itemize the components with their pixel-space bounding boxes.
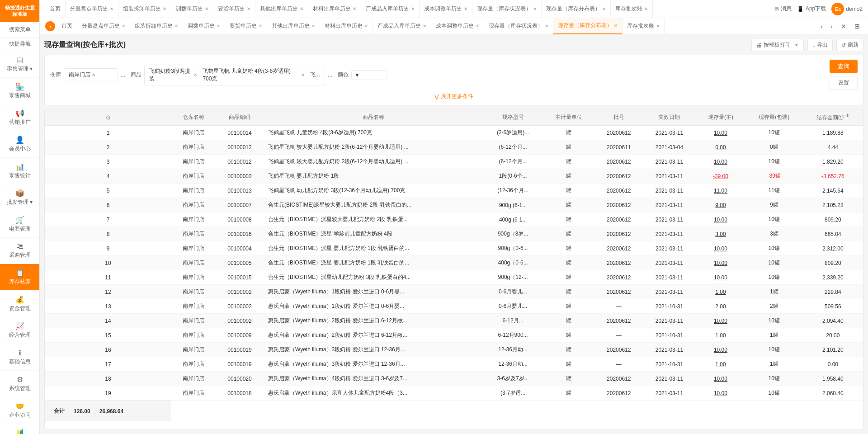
- sidebar-item-ops-mgmt[interactable]: 📈经营管理: [0, 317, 39, 344]
- topbar-tab-close-disassemble-history[interactable]: ✕: [163, 6, 166, 11]
- secondary-tab-close-product-in[interactable]: ✕: [423, 24, 426, 28]
- secondary-tab-close-disassemble[interactable]: ✕: [175, 24, 178, 28]
- secondary-tab-close-inv-dist[interactable]: ✕: [614, 23, 618, 28]
- tab-prev-btn[interactable]: ‹: [818, 23, 826, 30]
- topbar-tab-cost-adjust-history[interactable]: 成本调整单历史✕: [420, 0, 472, 18]
- secondary-tab-disassemble[interactable]: 组装拆卸单历史✕: [130, 18, 183, 34]
- sidebar-item-retail-stats[interactable]: 📊零售统计: [0, 158, 39, 184]
- secondary-tab-batch-ledger2[interactable]: 库存批次账✕: [623, 18, 665, 34]
- topbar-tab-claim-history[interactable]: 要货单历史✕: [213, 0, 255, 18]
- row-qty-main-16[interactable]: 10.00: [696, 343, 745, 357]
- filter-expand-btn[interactable]: ⋁ 展开更多条件: [434, 93, 473, 100]
- product-tag-group[interactable]: 飞鹤奶粉3段两提装 ✕ 飞鹤星飞帆 儿童奶粉 4段(3-6岁适用) 700克 ✕…: [144, 65, 325, 85]
- row-qty-main-1[interactable]: 10.00: [696, 126, 745, 140]
- secondary-tab-product-in[interactable]: 产成品入库单历史✕: [373, 18, 431, 34]
- secondary-tab-material-out[interactable]: 材料出库单历史✕: [320, 18, 373, 34]
- warehouse-tag-close[interactable]: ✕: [92, 72, 95, 77]
- sidebar-item-retail-mgmt[interactable]: ▤零售管理 ▾: [0, 51, 39, 78]
- row-qty-main-13[interactable]: 2.00: [696, 299, 745, 314]
- query-btn[interactable]: 查询: [830, 60, 858, 73]
- sidebar-item-inventory-check[interactable]: 📋库存核算: [0, 264, 39, 291]
- row-qty-main-17[interactable]: 1.00: [696, 357, 745, 372]
- row-qty-main-8[interactable]: 3.00: [696, 227, 745, 241]
- warehouse-more[interactable]: ...: [121, 72, 125, 78]
- topbar-tab-close-other-out-history[interactable]: ✕: [300, 6, 303, 11]
- product-tag-3[interactable]: 飞...: [308, 70, 322, 80]
- sidebar-item-finance-mgmt[interactable]: 💰资金管理: [0, 291, 39, 317]
- secondary-tab-split-inv[interactable]: 分量盘点单历史✕: [77, 18, 130, 34]
- topbar-tab-home[interactable]: 首页: [45, 0, 66, 18]
- topbar-tab-inventory-dist[interactable]: 现存量（库存分布表）✕: [542, 0, 611, 18]
- export-btn[interactable]: ↓ 导出: [807, 39, 833, 51]
- sidebar-item-sys-mgmt[interactable]: ⚙系统管理: [0, 371, 39, 397]
- secondary-tab-close-adjust[interactable]: ✕: [217, 24, 220, 28]
- user-menu[interactable]: Ea demo2: [831, 3, 863, 15]
- product-tag-2[interactable]: 飞鹤星飞帆 儿童奶粉 4段(3-6岁适用) 700克 ✕: [201, 66, 307, 84]
- secondary-tab-close-other-out[interactable]: ✕: [311, 24, 315, 28]
- secondary-tab-close-claim[interactable]: ✕: [259, 24, 262, 28]
- row-qty-main-3[interactable]: 10.00: [696, 155, 745, 169]
- topbar-tab-close-material-out-history[interactable]: ✕: [353, 6, 356, 11]
- secondary-tab-claim[interactable]: 要货单历史✕: [225, 18, 267, 34]
- product-tag-close-2[interactable]: ✕: [301, 72, 305, 77]
- sidebar-item-marketing[interactable]: 📢营销推广: [0, 104, 39, 131]
- secondary-tab-adjust[interactable]: 调拨单历史✕: [183, 18, 225, 34]
- sidebar-item-retail-mall[interactable]: 🏪零售商城: [0, 78, 39, 104]
- topbar-tab-close-inventory-status[interactable]: ✕: [533, 6, 537, 11]
- secondary-tab-home2[interactable]: 首页: [57, 18, 77, 34]
- topbar-tab-material-out-history[interactable]: 材料出库单历史✕: [308, 0, 361, 18]
- sidebar-quicknav[interactable]: 快捷导航: [0, 38, 39, 51]
- tab-menu-btn[interactable]: ⊞: [852, 23, 863, 30]
- topbar-tab-close-batch-ledger[interactable]: ✕: [644, 6, 648, 11]
- sidebar-item-enterprise-collab[interactable]: 🤝企业协同: [0, 397, 39, 424]
- row-qty-main-7[interactable]: 10.00: [696, 212, 745, 227]
- refresh-btn[interactable]: ↺ 刷新: [836, 39, 863, 51]
- secondary-tab-inv-dist[interactable]: 现存量（库存分布表）✕: [553, 18, 623, 34]
- secondary-tab-inv-status[interactable]: 现存量（库存状况表）✕: [484, 18, 553, 34]
- secondary-tab-close-split-inv[interactable]: ✕: [122, 24, 125, 28]
- color-tag-group[interactable]: ▼: [351, 70, 387, 80]
- secondary-tab-close-cost-adj[interactable]: ✕: [476, 24, 479, 28]
- row-qty-main-6[interactable]: 9.00: [696, 198, 745, 212]
- topbar-tab-adjust-history[interactable]: 调拨单历史✕: [171, 0, 213, 18]
- secondary-tab-close-inv-status[interactable]: ✕: [545, 24, 548, 28]
- app-download-btn[interactable]: 📱 App下载: [797, 5, 826, 13]
- row-qty-main-19[interactable]: 10.00: [696, 386, 745, 401]
- sidebar-item-ecom-mgmt[interactable]: 🛒电商管理: [0, 211, 39, 238]
- tab-next-btn[interactable]: ›: [828, 23, 835, 30]
- sidebar-item-new-guide[interactable]: 🔰新手引导: [0, 424, 39, 434]
- filter-settings-btn[interactable]: 设置: [830, 76, 858, 90]
- secondary-tab-other-out[interactable]: 其他出库单历史✕: [267, 18, 320, 34]
- topbar-tab-inventory-status[interactable]: 现存量（库存状况表）✕: [472, 0, 542, 18]
- toggle-btn[interactable]: ›: [45, 21, 55, 31]
- row-qty-main-12[interactable]: 1.00: [696, 285, 745, 299]
- row-qty-main-2[interactable]: 0.00: [696, 140, 745, 155]
- row-qty-main-5[interactable]: 11.00: [696, 184, 745, 198]
- tab-close-all-btn[interactable]: ✕: [838, 23, 849, 30]
- row-qty-main-10[interactable]: 10.00: [696, 256, 745, 270]
- row-qty-main-18[interactable]: 10.00: [696, 372, 745, 386]
- sidebar-item-batch-mgmt[interactable]: 📦批发管理 ▾: [0, 184, 39, 211]
- product-tag-close-1[interactable]: ✕: [193, 72, 197, 77]
- topbar-tab-close-adjust-history[interactable]: ✕: [205, 6, 208, 11]
- topbar-tab-close-claim-history[interactable]: ✕: [247, 6, 250, 11]
- topbar-tab-close-split-inventory-history[interactable]: ✕: [110, 6, 113, 11]
- topbar-tab-close-cost-adjust-history[interactable]: ✕: [464, 6, 467, 11]
- secondary-tab-close-material-out[interactable]: ✕: [364, 24, 368, 28]
- sidebar-item-basic-info[interactable]: ℹ基础信息: [0, 344, 39, 371]
- message-btn[interactable]: ✉ 消息: [774, 5, 792, 13]
- row-qty-main-4[interactable]: -39.00: [696, 169, 745, 184]
- sidebar-search[interactable]: 搜索菜单: [0, 22, 39, 38]
- row-qty-main-9[interactable]: 10.00: [696, 241, 745, 256]
- topbar-tab-close-product-in-history[interactable]: ✕: [411, 6, 415, 11]
- row-qty-main-14[interactable]: 10.00: [696, 314, 745, 328]
- topbar-tab-batch-ledger[interactable]: 库存批次账✕: [611, 0, 653, 18]
- column-settings-icon[interactable]: ⚙: [105, 114, 111, 121]
- product-more[interactable]: ...: [328, 72, 332, 78]
- secondary-tab-cost-adj[interactable]: 成本调整单历史✕: [431, 18, 484, 34]
- sidebar-item-purchase-mgmt[interactable]: 🛍采购管理: [0, 238, 39, 264]
- topbar-tab-product-in-history[interactable]: 产成品入库单历史✕: [361, 0, 420, 18]
- topbar-tab-disassemble-history[interactable]: 组装拆卸单历史✕: [118, 0, 171, 18]
- product-tag-1[interactable]: 飞鹤奶粉3段两提装 ✕: [147, 66, 199, 84]
- topbar-tab-close-inventory-dist[interactable]: ✕: [602, 6, 606, 11]
